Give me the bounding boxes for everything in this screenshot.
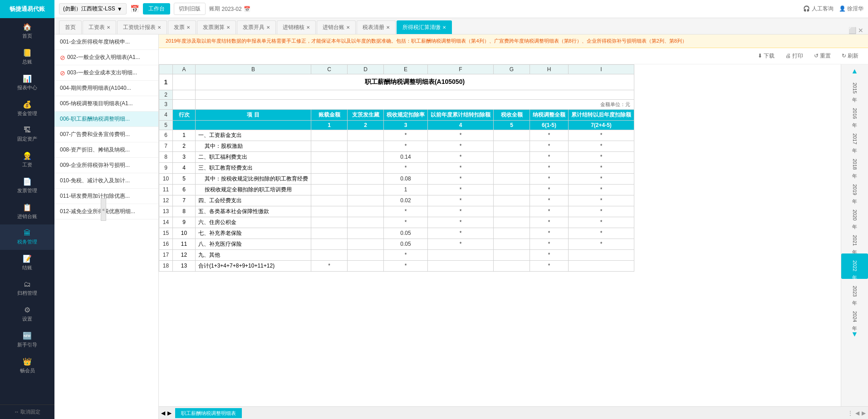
cell-label[interactable]: 合计(1+3+4+7+8+9+10+11+12) xyxy=(196,260,311,271)
cell-c[interactable] xyxy=(311,130,348,141)
year-item-2024[interactable]: 2024年 xyxy=(841,304,868,330)
cell-d[interactable] xyxy=(348,239,384,249)
cell-i[interactable]: * xyxy=(569,228,634,239)
cell-h[interactable]: * xyxy=(530,162,569,173)
cell-seq[interactable]: 11 xyxy=(173,239,196,249)
close-icon[interactable]: ✕ xyxy=(186,25,190,30)
cell-d[interactable] xyxy=(348,217,384,228)
company-selector[interactable]: (勿删）江西赣宝-LSS ▼ xyxy=(59,3,127,15)
cell-g[interactable] xyxy=(494,184,530,195)
cell-f[interactable]: * xyxy=(428,151,494,162)
cell-e[interactable]: * xyxy=(384,130,428,141)
cell-f[interactable]: * xyxy=(428,130,494,141)
year-item-2016[interactable]: 2016年 xyxy=(841,101,868,127)
cell-h[interactable]: * xyxy=(530,239,569,249)
year-item-2021[interactable]: 2021年 xyxy=(841,228,868,253)
close-all-icon[interactable]: ✕ xyxy=(858,27,863,34)
cell-d[interactable] xyxy=(348,151,384,162)
tab-invoice-open[interactable]: 发票开具 ✕ xyxy=(237,20,276,34)
sidebar-item-tax[interactable]: 🏛 税务管理 xyxy=(0,224,54,250)
cell-h[interactable]: * xyxy=(530,206,569,217)
cell-c[interactable] xyxy=(311,206,348,217)
year-item-2020[interactable]: 2020年 xyxy=(841,203,868,228)
close-icon[interactable]: ✕ xyxy=(266,25,270,30)
cell-i[interactable]: * xyxy=(569,217,634,228)
cell-f[interactable] xyxy=(428,249,494,260)
cell-h[interactable]: * xyxy=(530,141,569,151)
cell-g[interactable] xyxy=(494,141,530,151)
cell-g[interactable] xyxy=(494,217,530,228)
cell-d[interactable] xyxy=(348,228,384,239)
cell-d[interactable] xyxy=(348,195,384,206)
year-item-2019[interactable]: 2019年 xyxy=(841,177,868,203)
reset-button[interactable]: ↺ 重置 xyxy=(811,51,834,61)
cell-d[interactable] xyxy=(348,141,384,151)
cell-c[interactable] xyxy=(311,217,348,228)
tab-payroll-stat[interactable]: 工资统计报表 ✕ xyxy=(117,20,167,34)
cell-label[interactable]: 二、职工福利费支出 xyxy=(196,151,311,162)
cell-i[interactable]: * xyxy=(569,162,634,173)
cell-e[interactable]: * xyxy=(384,162,428,173)
sheet-options-icon[interactable]: ⋮ xyxy=(848,410,853,416)
cell-d[interactable] xyxy=(348,260,384,271)
cell-h[interactable]: * xyxy=(530,228,569,239)
cell-f[interactable] xyxy=(428,260,494,271)
tab-invoice-calc[interactable]: 发票测算 ✕ xyxy=(197,20,236,34)
form-list-item-004[interactable]: 004-期间费用明细表(A1040... xyxy=(54,81,158,96)
cell-g[interactable] xyxy=(494,173,530,184)
cell-seq[interactable]: 6 xyxy=(173,184,196,195)
cell-h[interactable]: * xyxy=(530,130,569,141)
sidebar-item-assets[interactable]: 🏗 固定资产 xyxy=(0,122,54,147)
cell-label[interactable]: 七、补充养老保险 xyxy=(196,228,311,239)
cell-label[interactable]: 其中：按税收规定比例扣除的职工教育经费 xyxy=(196,173,311,184)
refresh-button[interactable]: ↻ 刷新 xyxy=(839,51,861,61)
cell-e[interactable]: 0.05 xyxy=(384,228,428,239)
cell-seq[interactable]: 5 xyxy=(173,173,196,184)
cell-i[interactable]: * xyxy=(569,141,634,151)
tab-invoice[interactable]: 发票 ✕ xyxy=(168,20,196,34)
prev-sheet-icon[interactable]: ◀ xyxy=(161,410,165,416)
year-item-2017[interactable]: 2017年 xyxy=(841,127,868,152)
cell-e[interactable]: * xyxy=(384,141,428,151)
close-icon[interactable]: ✕ xyxy=(346,25,350,30)
cell-f[interactable]: * xyxy=(428,239,494,249)
cell-seq[interactable]: 12 xyxy=(173,249,196,260)
cell-c[interactable] xyxy=(311,162,348,173)
cell-c[interactable] xyxy=(311,228,348,239)
cell-d[interactable] xyxy=(348,130,384,141)
close-icon[interactable]: ✕ xyxy=(442,25,446,30)
cell-c[interactable] xyxy=(311,239,348,249)
cell-i[interactable] xyxy=(569,249,634,260)
cell-seq[interactable]: 8 xyxy=(173,206,196,217)
cell-seq[interactable]: 9 xyxy=(173,217,196,228)
cell-c[interactable] xyxy=(311,249,348,260)
cell-f[interactable]: * xyxy=(428,173,494,184)
cell-g[interactable] xyxy=(494,260,530,271)
cell-d[interactable] xyxy=(348,162,384,173)
tab-tax-list[interactable]: 税表清册 ✕ xyxy=(357,20,396,34)
print-button[interactable]: 🖨 打印 xyxy=(783,51,806,61)
cell-f[interactable]: * xyxy=(428,184,494,195)
cell-label[interactable]: 其中：股权激励 xyxy=(196,141,311,151)
cell-i[interactable]: * xyxy=(569,206,634,217)
cell-c[interactable] xyxy=(311,151,348,162)
sidebar-item-invoice[interactable]: 📄 发票管理 xyxy=(0,173,54,199)
cell-g[interactable] xyxy=(494,130,530,141)
cell-label[interactable]: 按税收规定全额扣除的职工培训费用 xyxy=(196,184,311,195)
cell-f[interactable]: * xyxy=(428,206,494,217)
form-list-item-011[interactable]: 011-研发费用加计扣除优惠... xyxy=(54,189,158,204)
close-icon[interactable]: ✕ xyxy=(306,25,310,30)
cell-h[interactable]: * xyxy=(530,249,569,260)
cell-e[interactable]: * xyxy=(384,206,428,217)
cell-e[interactable]: 1 xyxy=(384,184,428,195)
cell-c[interactable] xyxy=(311,141,348,151)
tab-home[interactable]: 首页 xyxy=(59,20,82,34)
form-list-item-009[interactable]: 009-企业所得税弥补亏损明... xyxy=(54,158,158,173)
cell-e[interactable]: * xyxy=(384,260,428,271)
cell-h[interactable]: * xyxy=(530,217,569,228)
cell-seq[interactable]: 2 xyxy=(173,141,196,151)
cell-h[interactable]: * xyxy=(530,173,569,184)
cell-g[interactable] xyxy=(494,195,530,206)
tab-cit[interactable]: 所得税汇算清缴 ✕ xyxy=(397,20,452,34)
workspace-button[interactable]: 工作台 xyxy=(143,3,170,15)
